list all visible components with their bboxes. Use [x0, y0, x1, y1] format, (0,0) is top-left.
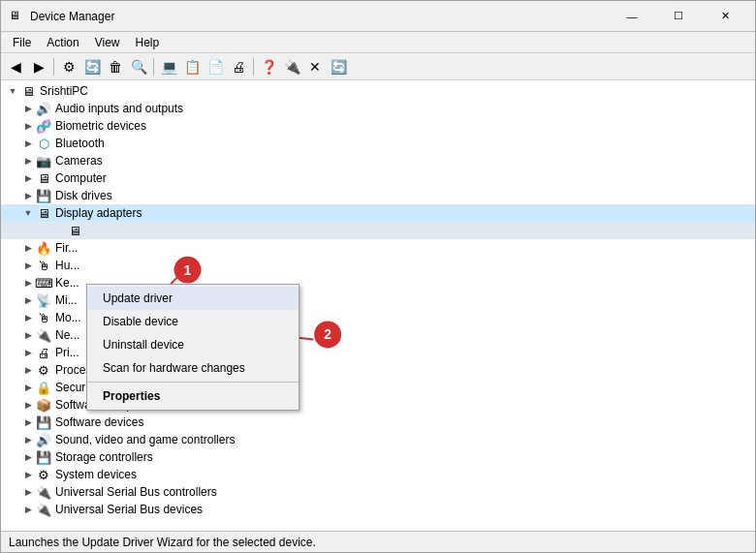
item-icon: 🔊: [36, 432, 51, 447]
menu-view[interactable]: View: [87, 34, 128, 51]
item-icon: ⚙: [36, 362, 51, 378]
toolbar-uninstall[interactable]: 🗑: [105, 56, 126, 77]
maximize-button[interactable]: ☐: [656, 7, 701, 26]
list-item[interactable]: 💾 Storage controllers: [1, 448, 755, 466]
item-arrow: [20, 502, 36, 517]
item-icon: 💾: [36, 188, 51, 203]
toolbar-back[interactable]: ◀: [5, 56, 26, 77]
toolbar-help[interactable]: ❓: [258, 56, 279, 77]
list-item[interactable]: 🔌 Universal Serial Bus controllers: [1, 483, 755, 501]
item-icon: ⌨: [36, 275, 51, 291]
item-arrow: [20, 362, 36, 378]
item-label: Universal Serial Bus controllers: [53, 485, 217, 499]
list-item[interactable]: 🧬 Biometric devices: [1, 117, 755, 135]
item-label: Software devices: [53, 415, 143, 429]
item-label: Sound, video and game controllers: [53, 433, 235, 446]
item-arrow: [20, 449, 36, 465]
toolbar-remove[interactable]: ✕: [304, 56, 326, 77]
toolbar-sep2: [153, 58, 154, 76]
context-menu-disable[interactable]: Disable device: [87, 310, 299, 333]
item-label: Storage controllers: [53, 450, 153, 464]
app-icon: 🖥: [9, 9, 24, 24]
list-item[interactable]: ⬡ Bluetooth: [1, 135, 755, 152]
item-label: Computer: [53, 171, 107, 185]
item-arrow: [20, 101, 36, 116]
item-arrow: [20, 170, 36, 186]
item-label: Cameras: [53, 154, 103, 168]
item-label: Mo...: [53, 311, 81, 324]
item-label: Display adapters: [53, 206, 142, 220]
list-item[interactable]: 🔊 Sound, video and game controllers: [1, 431, 755, 448]
item-label: Universal Serial Bus devices: [53, 503, 203, 516]
context-menu-properties[interactable]: Properties: [87, 384, 299, 408]
list-item[interactable]: 💾 Disk drives: [1, 187, 755, 204]
toolbar-scan[interactable]: 🔍: [128, 56, 149, 77]
display-adapters-item[interactable]: 🖥 Display adapters: [1, 204, 755, 222]
item-arrow: [20, 240, 36, 256]
title-bar-left: 🖥 Device Manager: [9, 9, 114, 24]
item-arrow: [20, 188, 36, 203]
toolbar-devices[interactable]: 📋: [181, 56, 203, 77]
status-bar: Launches the Update Driver Wizard for th…: [1, 531, 755, 552]
list-item[interactable]: 💾 Software devices: [1, 414, 755, 431]
item-arrow: [20, 484, 36, 500]
menu-action[interactable]: Action: [39, 34, 86, 51]
context-menu: Update driver Disable device Uninstall d…: [86, 284, 299, 411]
toolbar-properties[interactable]: ⚙: [58, 56, 79, 77]
item-arrow: [20, 205, 36, 221]
item-arrow: [20, 380, 36, 395]
item-label: System devices: [53, 468, 137, 481]
item-label: Fir...: [53, 241, 78, 255]
item-label: Disk drives: [53, 189, 112, 202]
toolbar-update-driver[interactable]: 🔄: [81, 56, 103, 77]
item-arrow: [20, 327, 36, 343]
title-bar-controls: — ☐ ✕: [610, 7, 747, 26]
item-icon: 📷: [36, 153, 51, 169]
root-arrow: [5, 83, 20, 99]
item-label: Hu...: [53, 259, 79, 272]
item-icon: 🖨: [36, 345, 51, 360]
device-manager-window: 🖥 Device Manager — ☐ ✕ File Action View …: [0, 0, 756, 553]
item-arrow: [20, 432, 36, 447]
toolbar-resources[interactable]: 📄: [205, 56, 226, 77]
list-item[interactable]: 🖥 Computer: [1, 169, 755, 187]
item-label: Audio inputs and outputs: [53, 102, 183, 115]
list-item[interactable]: 🖱 Hu...: [1, 257, 755, 274]
item-icon: 🖥: [67, 223, 82, 238]
list-item[interactable]: 🖥: [1, 222, 755, 239]
toolbar-refresh[interactable]: 🔄: [328, 56, 349, 77]
toolbar-forward[interactable]: ▶: [28, 56, 49, 77]
item-icon: 🖥: [36, 205, 51, 221]
item-icon: 🔊: [36, 101, 51, 116]
list-item[interactable]: 🔌 Universal Serial Bus devices: [1, 501, 755, 518]
list-item[interactable]: 🔊 Audio inputs and outputs: [1, 100, 755, 117]
context-menu-update-driver[interactable]: Update driver: [87, 287, 299, 310]
tree-root[interactable]: 🖥 SrishtiPC: [1, 82, 755, 100]
menu-help[interactable]: Help: [128, 34, 168, 51]
item-icon: 💾: [36, 449, 51, 465]
minimize-button[interactable]: —: [610, 7, 654, 26]
toolbar-sep1: [53, 58, 54, 76]
item-label: Ke...: [53, 276, 79, 290]
item-icon: 🖱: [36, 258, 51, 273]
menu-file[interactable]: File: [5, 34, 39, 51]
item-label: Mi...: [53, 293, 78, 307]
app-title: Device Manager: [30, 10, 114, 23]
toolbar-add-hardware[interactable]: 🔌: [281, 56, 302, 77]
item-arrow: [20, 136, 36, 151]
toolbar: ◀ ▶ ⚙ 🔄 🗑 🔍 💻 📋 📄 🖨 ❓ 🔌 ✕ 🔄: [1, 53, 755, 80]
list-item[interactable]: 🔥 Fir...: [1, 239, 755, 257]
close-button[interactable]: ✕: [703, 7, 747, 26]
item-icon: 🔌: [36, 484, 51, 500]
item-icon: 🔌: [36, 327, 51, 343]
status-text: Launches the Update Driver Wizard for th…: [9, 536, 316, 549]
list-item[interactable]: 📷 Cameras: [1, 152, 755, 169]
toolbar-computer[interactable]: 💻: [158, 56, 179, 77]
item-icon: 💾: [36, 415, 51, 430]
context-menu-scan[interactable]: Scan for hardware changes: [87, 356, 299, 380]
list-item[interactable]: ⚙ System devices: [1, 466, 755, 483]
main-area: 🖥 SrishtiPC 🔊 Audio inputs and outputs 🧬…: [1, 80, 755, 531]
toolbar-print[interactable]: 🖨: [228, 56, 249, 77]
item-icon: 📡: [36, 292, 51, 308]
context-menu-uninstall[interactable]: Uninstall device: [87, 333, 299, 356]
